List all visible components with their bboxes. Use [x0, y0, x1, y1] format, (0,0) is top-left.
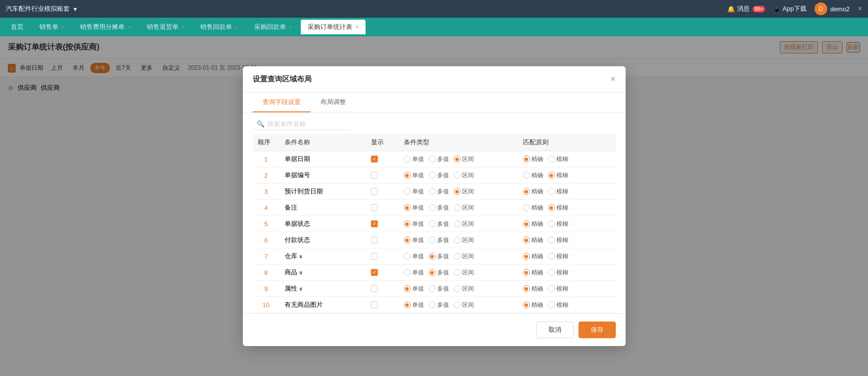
radio-type-区间[interactable]: 区间: [454, 252, 474, 261]
radio-type-单值[interactable]: 单值: [404, 204, 424, 212]
radio-type-单值[interactable]: 单值: [404, 285, 424, 293]
radio-match-精确[interactable]: 精确: [523, 220, 543, 228]
checkbox[interactable]: [371, 156, 378, 162]
save-button[interactable]: 保存: [579, 322, 616, 338]
checkbox[interactable]: [371, 237, 378, 243]
radio-type-区间[interactable]: 区间: [454, 171, 474, 180]
row-name: 商品 ∨: [280, 265, 367, 281]
radio-type-单值[interactable]: 单值: [404, 171, 424, 180]
row-display-checkbox[interactable]: [366, 281, 398, 297]
radio-type-单值[interactable]: 单值: [404, 269, 424, 277]
radio-match-模糊[interactable]: 模糊: [548, 301, 568, 309]
nav-purchase-stat-close[interactable]: ×: [355, 24, 358, 30]
nav-item-receipt[interactable]: 销售回款单 ×: [193, 20, 245, 34]
radio-type-多值[interactable]: 多值: [429, 204, 449, 212]
row-display-checkbox[interactable]: [366, 265, 398, 281]
row-display-checkbox[interactable]: [366, 232, 398, 248]
nav-item-expense[interactable]: 销售费用分摊单 ×: [73, 20, 137, 34]
cancel-button[interactable]: 取消: [536, 322, 574, 338]
nav-return-close[interactable]: ×: [182, 24, 184, 30]
nav-item-sales[interactable]: 销售单 ×: [32, 20, 71, 34]
radio-type-区间[interactable]: 区间: [454, 155, 474, 163]
radio-match-精确[interactable]: 精确: [523, 252, 543, 261]
radio-match-精确[interactable]: 精确: [523, 269, 543, 277]
radio-match-精确[interactable]: 精确: [523, 301, 543, 309]
radio-type-区间[interactable]: 区间: [454, 269, 474, 277]
radio-type-多值[interactable]: 多值: [429, 252, 449, 261]
radio-match-模糊[interactable]: 模糊: [548, 171, 568, 180]
radio-match-精确[interactable]: 精确: [523, 236, 543, 244]
notification-button[interactable]: 🔔 消息 99+: [727, 4, 765, 13]
radio-type-多值[interactable]: 多值: [429, 236, 449, 244]
radio-match-精确[interactable]: 精确: [523, 204, 543, 212]
radio-match-精确[interactable]: 精确: [523, 155, 543, 163]
radio-type-多值[interactable]: 多值: [429, 285, 449, 293]
app-dropdown-icon[interactable]: ▾: [74, 5, 77, 13]
row-name: 预计到货日期: [280, 184, 367, 200]
checkbox[interactable]: [371, 188, 378, 195]
nav-sales-close[interactable]: ×: [61, 24, 64, 30]
nav-item-purchase-receipt[interactable]: 采购回款单 ×: [247, 20, 299, 34]
radio-match-精确[interactable]: 精确: [523, 285, 543, 293]
radio-match-模糊[interactable]: 模糊: [548, 155, 568, 163]
nav-expense-close[interactable]: ×: [128, 24, 131, 30]
radio-label: 模糊: [556, 236, 568, 244]
radio-type-多值[interactable]: 多值: [429, 301, 449, 309]
nav-item-home[interactable]: 首页: [4, 20, 30, 34]
radio-type-多值[interactable]: 多值: [429, 269, 449, 277]
row-display-checkbox[interactable]: [366, 167, 398, 184]
radio-type-多值[interactable]: 多值: [429, 188, 449, 196]
checkbox[interactable]: [371, 285, 378, 292]
radio-type-区间[interactable]: 区间: [454, 285, 474, 293]
radio-type-多值[interactable]: 多值: [429, 220, 449, 228]
tab-layout[interactable]: 布局调整: [311, 93, 356, 112]
radio-match-模糊[interactable]: 模糊: [548, 204, 568, 212]
checkbox[interactable]: [371, 172, 378, 179]
row-display-checkbox[interactable]: [366, 200, 398, 216]
radio-type-单值[interactable]: 单值: [404, 252, 424, 261]
radio-label: 多值: [437, 188, 449, 196]
radio-type-多值[interactable]: 多值: [429, 171, 449, 180]
row-display-checkbox[interactable]: [366, 297, 398, 313]
row-display-checkbox[interactable]: [366, 184, 398, 200]
radio-type-单值[interactable]: 单值: [404, 236, 424, 244]
radio-type-单值[interactable]: 单值: [404, 220, 424, 228]
user-area[interactable]: D demo2: [815, 2, 850, 15]
nav-receipt-close[interactable]: ×: [235, 24, 238, 30]
radio-type-单值[interactable]: 单值: [404, 188, 424, 196]
app-download-button[interactable]: 📱 App下载: [773, 4, 807, 13]
radio-match-模糊[interactable]: 模糊: [548, 220, 568, 228]
radio-match-模糊[interactable]: 模糊: [548, 236, 568, 244]
nav-item-purchase-stat[interactable]: 采购订单统计表 ×: [301, 20, 365, 34]
radio-match-模糊[interactable]: 模糊: [548, 285, 568, 293]
radio-type-单值[interactable]: 单值: [404, 301, 424, 309]
row-display-checkbox[interactable]: [366, 216, 398, 232]
tab-query-fields[interactable]: 查询字段设置: [253, 93, 311, 112]
radio-match-模糊[interactable]: 模糊: [548, 252, 568, 261]
checkbox[interactable]: [371, 301, 378, 308]
radio-match-模糊[interactable]: 模糊: [548, 269, 568, 277]
radio-match-精确[interactable]: 精确: [523, 171, 543, 180]
radio-type-单值[interactable]: 单值: [404, 155, 424, 163]
radio-type-区间[interactable]: 区间: [454, 301, 474, 309]
nav-item-return[interactable]: 销售退货单 ×: [140, 20, 191, 34]
radio-type-多值[interactable]: 多值: [429, 155, 449, 163]
nav-purchase-receipt-close[interactable]: ×: [289, 24, 292, 30]
checkbox[interactable]: [371, 204, 378, 211]
dialog-close-button[interactable]: ×: [610, 74, 616, 84]
checkbox[interactable]: [371, 220, 378, 227]
radio-type-区间[interactable]: 区间: [454, 220, 474, 228]
checkbox[interactable]: [371, 253, 378, 260]
search-input[interactable]: [267, 120, 341, 128]
radio-match-模糊[interactable]: 模糊: [548, 188, 568, 196]
row-display-checkbox[interactable]: [366, 248, 398, 265]
radio-type-区间[interactable]: 区间: [454, 188, 474, 196]
radio-match-精确[interactable]: 精确: [523, 188, 543, 196]
checkbox[interactable]: [371, 269, 378, 276]
row-display-checkbox[interactable]: [366, 151, 398, 167]
username-label[interactable]: demo2: [830, 5, 850, 13]
top-bar-close-button[interactable]: ×: [858, 4, 862, 13]
row-order: 2: [253, 167, 280, 184]
radio-type-区间[interactable]: 区间: [454, 204, 474, 212]
radio-type-区间[interactable]: 区间: [454, 236, 474, 244]
